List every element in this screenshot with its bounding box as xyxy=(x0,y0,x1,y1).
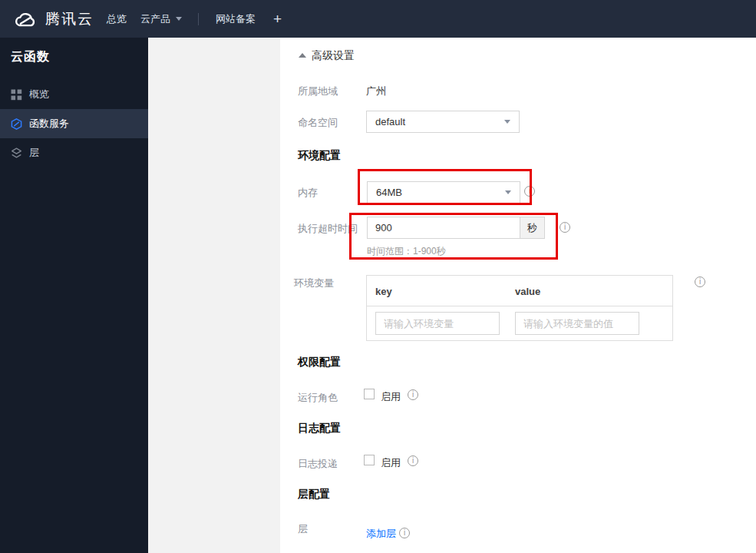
timeout-unit-suffix: 秒 xyxy=(520,217,545,239)
envvar-key-header: key xyxy=(375,286,392,297)
sidebar-item-overview[interactable]: 概览 xyxy=(0,80,148,109)
nav-item-website-record[interactable]: 网站备案 xyxy=(216,0,256,38)
envvar-value-header: value xyxy=(515,286,540,297)
cloud-slash-icon xyxy=(13,10,38,28)
log-config-header: 日志配置 xyxy=(298,422,341,435)
layer-info-icon[interactable]: i xyxy=(399,528,410,538)
namespace-select[interactable]: default xyxy=(366,111,520,133)
plus-icon: + xyxy=(273,11,282,28)
sidebar-item-label: 概览 xyxy=(29,88,49,101)
envvar-label: 环境变量 xyxy=(294,276,334,290)
nav-item-label: 总览 xyxy=(107,12,127,26)
sidebar: 云函数 概览 函数服务 层 xyxy=(0,38,148,553)
envvar-value-input[interactable] xyxy=(515,312,639,335)
brand-name: 腾讯云 xyxy=(45,9,94,29)
memory-selected-value: 64MB xyxy=(376,187,402,198)
envvar-table-header: key value xyxy=(367,276,672,306)
log-enable-checkbox[interactable] xyxy=(364,455,375,465)
log-info-icon[interactable]: i xyxy=(408,455,418,466)
memory-label: 内存 xyxy=(298,186,318,200)
memory-select[interactable]: 64MB xyxy=(367,181,520,204)
nav-item-label: 云产品 xyxy=(140,12,170,26)
chevron-down-icon xyxy=(504,120,510,124)
grid-icon xyxy=(11,89,22,101)
nav-divider xyxy=(198,13,199,25)
namespace-selected-value: default xyxy=(375,116,405,127)
timeout-range-hint: 时间范围：1-900秒 xyxy=(367,245,446,258)
sidebar-item-label: 函数服务 xyxy=(29,117,69,131)
timeout-info-icon[interactable]: i xyxy=(560,222,570,233)
layers-icon xyxy=(11,147,22,159)
chevron-down-icon xyxy=(505,190,511,194)
add-layer-link[interactable]: 添加层 xyxy=(366,527,396,541)
perm-config-header: 权限配置 xyxy=(298,356,341,369)
envvar-key-input[interactable] xyxy=(375,312,500,335)
timeout-label: 执行超时时间 xyxy=(298,222,358,236)
layer-label: 层 xyxy=(298,522,308,536)
namespace-label: 命名空间 xyxy=(298,116,338,130)
role-enable-label: 启用 xyxy=(381,390,401,404)
memory-info-icon[interactable]: i xyxy=(524,186,535,197)
secondary-panel xyxy=(148,38,280,553)
function-config-form: 高级设置 所属地域 广州 命名空间 default 环境配置 内存 64MB i… xyxy=(280,38,756,553)
sidebar-title: 云函数 xyxy=(11,49,50,65)
role-label: 运行角色 xyxy=(298,391,338,405)
timeout-input[interactable] xyxy=(367,217,520,239)
sidebar-item-function-service[interactable]: 函数服务 xyxy=(0,109,148,138)
advanced-settings-toggle[interactable]: 高级设置 xyxy=(299,49,355,63)
nav-add-tab-button[interactable]: + xyxy=(273,0,282,38)
role-enable-checkbox[interactable] xyxy=(364,389,375,399)
role-info-icon[interactable]: i xyxy=(408,389,418,400)
region-value: 广州 xyxy=(366,84,386,98)
scf-hexagon-icon xyxy=(11,118,22,130)
log-enable-label: 启用 xyxy=(381,456,401,470)
sidebar-item-layers[interactable]: 层 xyxy=(0,138,148,167)
env-config-header: 环境配置 xyxy=(298,149,341,163)
log-label: 日志投递 xyxy=(298,457,338,471)
layer-config-header: 层配置 xyxy=(298,488,330,502)
triangle-up-icon xyxy=(299,53,306,58)
chevron-down-icon xyxy=(176,17,182,21)
top-nav: 腾讯云 总览 云产品 网站备案 + xyxy=(0,0,756,38)
envvar-info-icon[interactable]: i xyxy=(695,276,705,287)
tencent-cloud-logo[interactable]: 腾讯云 xyxy=(13,0,94,38)
nav-item-cloud-products[interactable]: 云产品 xyxy=(140,0,182,38)
region-label: 所属地域 xyxy=(298,84,338,98)
nav-item-label: 网站备案 xyxy=(216,12,256,26)
sidebar-item-label: 层 xyxy=(29,146,39,160)
nav-item-overview[interactable]: 总览 xyxy=(107,0,127,38)
envvar-table: key value xyxy=(366,275,673,341)
advanced-settings-label: 高级设置 xyxy=(312,49,355,63)
